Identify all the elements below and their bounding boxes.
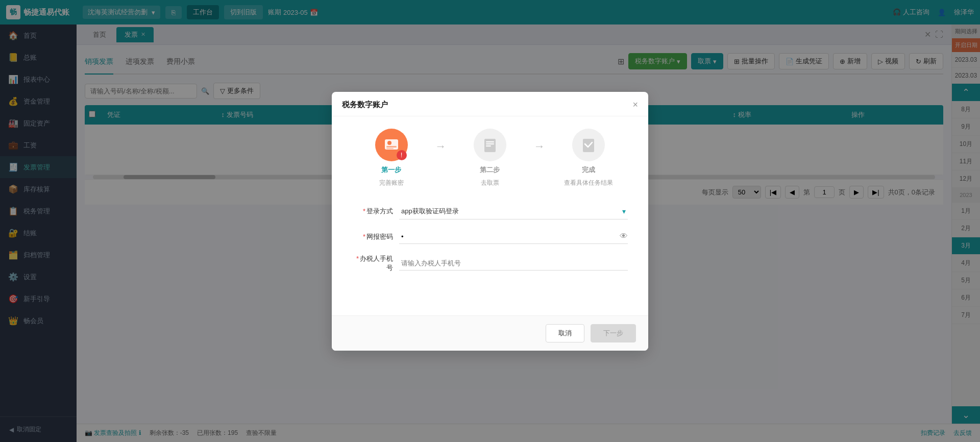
- step-1-badge-text: !: [401, 151, 403, 159]
- step-1: ! 第一步 完善账密: [352, 129, 430, 187]
- step-1-sublabel: 完善账密: [379, 179, 404, 187]
- tax-digital-modal: 税务数字账户 ×: [332, 92, 648, 351]
- step-arrow-1: →: [430, 140, 451, 153]
- login-method-select[interactable]: app获取验证码登录 ▾: [399, 204, 628, 219]
- svg-point-1: [387, 141, 391, 145]
- step-2: 第二步 去取票: [451, 129, 529, 187]
- tax-phone-input[interactable]: [399, 256, 628, 271]
- modal-overlay: 税务数字账户 ×: [0, 0, 980, 442]
- step-2-label: 第二步: [480, 165, 500, 175]
- modal-close-button[interactable]: ×: [632, 100, 638, 109]
- network-password-row: 网报密码 👁: [352, 230, 628, 244]
- modal-spacer: [352, 283, 628, 303]
- step-3-sublabel: 查看具体任务结果: [564, 179, 613, 187]
- step-1-badge: !: [397, 150, 407, 160]
- network-password-label: 网报密码: [352, 232, 393, 241]
- step-3: 完成 查看具体任务结果: [550, 129, 628, 187]
- tax-phone-row: 办税人手机号: [352, 254, 628, 273]
- steps-row: ! 第一步 完善账密 →: [352, 129, 628, 187]
- modal-body: ! 第一步 完善账密 →: [332, 116, 648, 315]
- svg-rect-2: [386, 146, 397, 148]
- step-1-label: 第一步: [381, 165, 401, 175]
- svg-rect-6: [486, 143, 494, 144]
- svg-rect-3: [386, 148, 394, 149]
- tax-phone-label: 办税人手机号: [352, 254, 393, 273]
- step-3-label: 完成: [582, 165, 595, 175]
- cancel-button[interactable]: 取消: [546, 324, 584, 342]
- next-button[interactable]: 下一步: [591, 324, 636, 342]
- step-arrow-2: →: [529, 140, 550, 153]
- network-password-input[interactable]: [399, 230, 616, 243]
- login-method-value: app获取验证码登录: [401, 207, 459, 216]
- step-2-icon-wrap: [474, 129, 506, 161]
- login-method-label: 登录方式: [352, 207, 393, 216]
- svg-rect-7: [486, 145, 491, 146]
- login-method-row: 登录方式 app获取验证码登录 ▾: [352, 204, 628, 219]
- login-method-dropdown-icon: ▾: [622, 207, 626, 215]
- modal-title: 税务数字账户: [342, 100, 388, 110]
- svg-rect-5: [486, 141, 494, 142]
- step-3-icon-wrap: [572, 129, 605, 161]
- modal-header: 税务数字账户 ×: [332, 92, 648, 116]
- step-2-icon: [474, 129, 506, 161]
- step-1-icon-wrap: !: [375, 129, 408, 161]
- eye-icon[interactable]: 👁: [620, 232, 628, 241]
- modal-footer: 取消 下一步: [332, 315, 648, 351]
- step-2-sublabel: 去取票: [481, 179, 499, 187]
- step-3-icon: [572, 129, 605, 161]
